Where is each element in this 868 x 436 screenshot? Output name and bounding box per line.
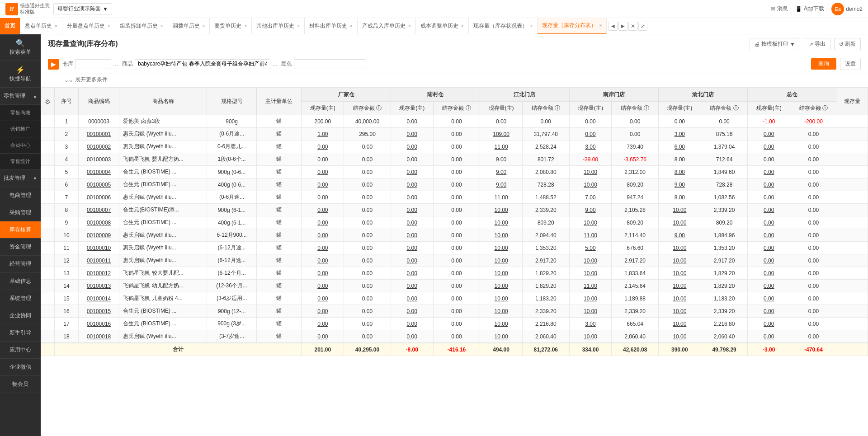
row-total-amt: 0.00: [790, 242, 837, 254]
sidebar-item-quick-nav[interactable]: ⚡ 快捷导航: [0, 61, 41, 88]
close-icon[interactable]: ×: [599, 23, 602, 28]
close-icon[interactable]: ×: [108, 23, 110, 28]
sidebar: 🔍 搜索英单 ⚡ 快捷导航 零售管理 ▲ 零售商城 营销推广 会员中心 零售统计…: [0, 34, 41, 436]
row-jb-amt: 1,488.52: [523, 191, 569, 204]
close-icon[interactable]: ×: [461, 23, 464, 28]
product-input[interactable]: [135, 59, 270, 69]
close-icon[interactable]: ×: [203, 23, 205, 28]
close-icon[interactable]: ×: [530, 23, 533, 28]
sidebar-item-vip[interactable]: 畅会员: [0, 376, 41, 393]
warehouse-input[interactable]: [75, 59, 111, 69]
row-f-qty: 0.00: [302, 292, 344, 305]
sidebar-item-ecommerce[interactable]: 电商管理: [0, 187, 41, 204]
sidebar-item-search[interactable]: 🔍 搜索英单: [0, 34, 41, 61]
sidebar-item-retail-mall[interactable]: 零售商城: [0, 105, 41, 121]
tab-stock-status[interactable]: 现存量（库存状况表） ×: [469, 18, 538, 34]
sidebar-item-purchase[interactable]: 采购管理: [0, 204, 41, 221]
sidebar-item-retail-mgmt[interactable]: 零售管理 ▲: [0, 88, 41, 105]
tab-material-out[interactable]: 材料出库单历史 ×: [305, 18, 358, 34]
tab-assembly[interactable]: 组装拆卸单历史 ×: [115, 18, 168, 34]
sidebar-item-inventory[interactable]: 库存核算: [0, 221, 41, 239]
row-total-amt: 0.00: [790, 267, 837, 280]
row-l-qty: 0.00: [391, 115, 433, 128]
row-code: 00100014: [78, 292, 119, 305]
expand-more-btn[interactable]: ⌄⌄ 展开更多条件: [64, 76, 861, 84]
row-f-qty: 0.00: [302, 153, 344, 166]
nav-close-all[interactable]: ✕: [628, 22, 637, 31]
row-na-amt: 947.24: [612, 191, 658, 204]
row-l-qty: 0.00: [391, 204, 433, 216]
print-btn[interactable]: 🖨 按模板打印 ▼: [750, 38, 800, 50]
color-input[interactable]: [294, 59, 366, 69]
row-spec: (3-7岁途...: [207, 330, 256, 343]
row-jb-amt: 1,829.20: [523, 267, 569, 280]
tab-partial-count[interactable]: 分量盘点单历史 ×: [62, 18, 115, 34]
settings-btn[interactable]: 设置: [840, 58, 861, 70]
row-total-amt: 0.00: [790, 254, 837, 267]
app-download-btn[interactable]: 📱 App下载: [795, 5, 824, 13]
row-l-amt: 0.00: [433, 305, 480, 318]
close-icon[interactable]: ×: [244, 23, 247, 28]
row-total-qty: 0.00: [748, 242, 790, 254]
row-yb-qty: 10.00: [658, 318, 701, 330]
refresh-btn[interactable]: ↺ 刷新: [834, 38, 861, 50]
tab-home[interactable]: 首页: [0, 18, 20, 34]
sidebar-item-guide[interactable]: 新手引导: [0, 324, 41, 342]
tab-product-in[interactable]: 产成品入库单历史 ×: [358, 18, 416, 34]
search-btn[interactable]: 查询: [811, 58, 836, 70]
sidebar-item-member[interactable]: 会员中心: [0, 137, 41, 154]
sidebar-item-retail-stats[interactable]: 零售统计: [0, 154, 41, 170]
sidebar-item-system[interactable]: 系统管理: [0, 290, 41, 307]
row-total-qty: 0.00: [748, 318, 790, 330]
row-name: 合生元 (BIOSTIME) ...: [119, 305, 207, 318]
tab-other-out[interactable]: 其他出库单历史 ×: [252, 18, 305, 34]
sidebar-item-wechat[interactable]: 企业微信: [0, 359, 41, 376]
sidebar-item-basic-info[interactable]: 基础信息: [0, 273, 41, 290]
row-l-qty: 0.00: [391, 229, 433, 242]
tab-order[interactable]: 要货单历史 ×: [210, 18, 252, 34]
messages-btn[interactable]: ✉ 消息: [771, 5, 788, 13]
row-jb-qty: 9.00: [480, 153, 523, 166]
row-total-amt: 0.00: [790, 318, 837, 330]
col-current: 现存量: [837, 88, 868, 115]
sidebar-item-wholesale[interactable]: 批发管理 ▼: [0, 170, 41, 187]
table-row: 9 00100008 合生元 (BIOSTIME) ... 400g (6-1.…: [41, 216, 868, 229]
row-jb-amt: 2,917.20: [523, 254, 569, 267]
page-header: 现存量查询(库存分布) 🖨 按模板打印 ▼ ↗ 导出 ↺ 刷新: [41, 34, 868, 54]
close-icon[interactable]: ×: [160, 23, 163, 28]
sidebar-item-operation[interactable]: 经营管理: [0, 256, 41, 273]
filter-expand-btn[interactable]: ▶: [48, 59, 59, 70]
row-f-qty: 0.00: [302, 280, 344, 292]
nav-expand[interactable]: ⤢: [638, 22, 647, 31]
export-btn[interactable]: ↗ 导出: [804, 38, 830, 50]
row-total-qty: 0.00: [748, 330, 790, 343]
close-icon[interactable]: ×: [297, 23, 300, 28]
row-yb-qty: 10.00: [658, 254, 701, 267]
tab-inventory-count[interactable]: 盘点单历史 ×: [20, 18, 62, 34]
industry-dropdown[interactable]: 母婴行业演示陈套 ▼: [53, 3, 112, 14]
gear-icon[interactable]: ⚙: [45, 98, 51, 105]
col-total-amt: 结存金额 ⓘ: [790, 102, 837, 115]
sidebar-item-finance[interactable]: 资金管理: [0, 239, 41, 256]
row-code: 00100003: [78, 153, 119, 166]
row-code: 00100012: [78, 267, 119, 280]
sidebar-item-collab[interactable]: 企业协同: [0, 307, 41, 324]
close-icon[interactable]: ×: [350, 23, 353, 28]
nav-next[interactable]: ▶: [618, 22, 627, 31]
row-unit: 罐: [257, 153, 302, 166]
row-jb-qty: 11.00: [480, 141, 523, 153]
row-cur: [837, 216, 868, 229]
tab-transfer[interactable]: 调拨单历史 ×: [168, 18, 210, 34]
row-jb-qty: 10.00: [480, 280, 523, 292]
nav-prev[interactable]: ◀: [609, 22, 618, 31]
sidebar-item-marketing[interactable]: 营销推广: [0, 121, 41, 137]
row-l-amt: 0.00: [433, 330, 480, 343]
close-icon[interactable]: ×: [408, 23, 411, 28]
row-cur: [837, 153, 868, 166]
sidebar-item-app-center[interactable]: 应用中心: [0, 342, 41, 359]
tab-cost-adjust[interactable]: 成本调整单历史 ×: [416, 18, 469, 34]
close-icon[interactable]: ×: [55, 23, 57, 28]
user-menu[interactable]: Ea demo2: [831, 3, 863, 15]
export-icon: ↗: [809, 41, 813, 47]
tab-stock-dist[interactable]: 现存量（库存分布表） ×: [538, 18, 607, 34]
